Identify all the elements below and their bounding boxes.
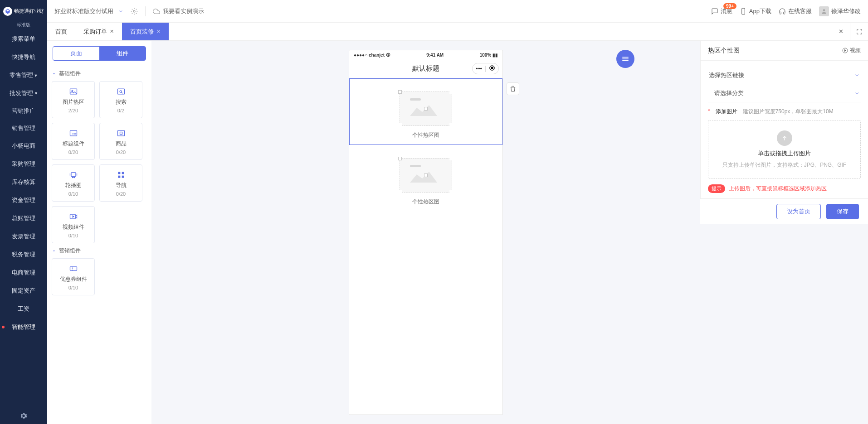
tip-text: 上传图后，可直接鼠标框选区域添加热区 bbox=[729, 185, 827, 193]
tenant-name: 好业财标准版交付试用 bbox=[54, 7, 113, 15]
tab-purchase-order[interactable]: 采购订单✕ bbox=[75, 23, 122, 40]
nav-purchase[interactable]: 采购管理 bbox=[0, 155, 47, 173]
nav-funds[interactable]: 资金管理 bbox=[0, 191, 47, 209]
comp-goods[interactable]: 商品 0/20 bbox=[99, 123, 142, 160]
nav-retail[interactable]: 零售管理▼ bbox=[0, 66, 47, 84]
fullscreen-icon bbox=[856, 29, 863, 35]
block-label: 个性热区图 bbox=[359, 131, 493, 139]
nav-marketing[interactable]: 营销推广 bbox=[0, 102, 47, 120]
nav-salary[interactable]: 工资 bbox=[0, 300, 47, 318]
header-service[interactable]: 在线客服 bbox=[779, 7, 812, 15]
svg-rect-21 bbox=[122, 175, 124, 178]
video-icon bbox=[68, 212, 79, 222]
tab-home-decoration[interactable]: 首页装修✕ bbox=[122, 23, 169, 40]
add-image-label: 添加图片 bbox=[716, 108, 737, 116]
required-indicator: * bbox=[708, 108, 710, 116]
nav-invoice[interactable]: 发票管理 bbox=[0, 227, 47, 246]
message-badge: 99+ bbox=[723, 3, 736, 9]
svg-line-8 bbox=[121, 92, 122, 93]
prop-category[interactable]: 请选择分类 bbox=[708, 84, 861, 102]
set-home-button[interactable]: 设为首页 bbox=[776, 204, 821, 219]
demo-link[interactable]: 我要看实例演示 bbox=[153, 7, 204, 15]
sidebar: 畅捷通好业财 标准版 搜索菜单 快捷导航 零售管理▼ 批发管理▲ 营销推广 销售… bbox=[0, 0, 47, 424]
logo-icon bbox=[3, 7, 12, 16]
nav-search-menu[interactable]: 搜索菜单 bbox=[0, 30, 47, 48]
svg-rect-27 bbox=[622, 58, 629, 59]
nav-icon bbox=[115, 170, 127, 180]
fullscreen-button[interactable] bbox=[850, 23, 868, 40]
header-messages[interactable]: 消息 99+ bbox=[711, 7, 732, 15]
svg-rect-28 bbox=[622, 60, 629, 61]
svg-rect-11 bbox=[117, 130, 124, 136]
nav-wholesale[interactable]: 批发管理▲ bbox=[0, 84, 47, 102]
comp-tab-component[interactable]: 组件 bbox=[99, 47, 146, 60]
comp-image-hotspot[interactable]: 图片热区 2/20 bbox=[52, 81, 95, 118]
component-panel-tabs: 页面 组件 bbox=[53, 46, 146, 61]
coupon-icon bbox=[68, 264, 79, 274]
svg-rect-18 bbox=[118, 172, 120, 174]
tab-home[interactable]: 首页 bbox=[47, 23, 75, 40]
chevron-down-icon bbox=[854, 72, 860, 78]
video-help-link[interactable]: 视频 bbox=[842, 47, 861, 54]
save-button[interactable]: 保存 bbox=[826, 204, 859, 219]
image-icon bbox=[68, 87, 79, 96]
upload-icon bbox=[777, 130, 792, 146]
more-icon[interactable]: ••• bbox=[476, 65, 482, 72]
comp-nav[interactable]: 导航 0/20 bbox=[99, 164, 142, 202]
header-app-download[interactable]: App下载 bbox=[740, 7, 771, 15]
comp-search[interactable]: 搜索 0/2 bbox=[99, 81, 142, 118]
phone-preview: ●●●●○ chanjet ⦿ 9:41 AM 100% ▮▮ 默认标题 ••• bbox=[349, 50, 503, 415]
tenant-selector[interactable]: 好业财标准版交付试用 bbox=[54, 7, 123, 15]
comp-group-basic[interactable]: 基础组件 bbox=[52, 70, 147, 77]
comp-tab-page[interactable]: 页面 bbox=[53, 47, 99, 60]
comp-video[interactable]: 视频组件 0/10 bbox=[52, 206, 95, 243]
nav-ledger[interactable]: 总账管理 bbox=[0, 209, 47, 227]
close-all-tabs[interactable]: ✕ bbox=[832, 23, 850, 40]
nav-smart[interactable]: 智能管理 bbox=[0, 318, 47, 336]
header-user[interactable]: 徐泽华修改 bbox=[819, 6, 861, 16]
menu-icon bbox=[621, 55, 629, 63]
cloud-icon bbox=[153, 8, 160, 15]
comp-group-marketing[interactable]: 营销组件 bbox=[52, 247, 147, 255]
phone-time: 9:41 AM bbox=[390, 53, 480, 58]
upload-image-area[interactable]: 单击或拖拽上传图片 只支持上传单张图片，支持格式：JPG、PNG、GIF bbox=[708, 120, 861, 179]
nav-tax[interactable]: 税务管理 bbox=[0, 246, 47, 264]
svg-point-30 bbox=[491, 67, 493, 69]
nav-sales[interactable]: 销售管理 bbox=[0, 120, 47, 137]
phone-miniapp-actions: ••• bbox=[472, 63, 499, 74]
phone-status-bar: ●●●●○ chanjet ⦿ 9:41 AM 100% ▮▮ bbox=[349, 50, 502, 59]
close-icon[interactable]: ✕ bbox=[156, 29, 161, 34]
user-icon bbox=[821, 8, 827, 14]
property-panel-title: 热区个性图 bbox=[708, 47, 740, 55]
canvas-block-hotspot-1[interactable]: 个性热区图 bbox=[349, 78, 502, 145]
header: 好业财标准版交付试用 我要看实例演示 消息 99+ App下载 在线客服 bbox=[47, 0, 868, 23]
target-icon[interactable] bbox=[489, 65, 495, 72]
nav-quick-nav[interactable]: 快捷导航 bbox=[0, 48, 47, 66]
comp-carousel[interactable]: 轮播图 0/10 bbox=[52, 164, 95, 202]
svg-rect-24 bbox=[70, 266, 77, 270]
prop-hotspot-link[interactable]: 选择热区链接 bbox=[708, 66, 861, 84]
nav-assets[interactable]: 固定资产 bbox=[0, 282, 47, 300]
phone-carrier: ●●●●○ chanjet ⦿ bbox=[354, 53, 390, 58]
comp-coupon[interactable]: 优惠券组件 0/10 bbox=[52, 258, 95, 295]
logo[interactable]: 畅捷通好业财 bbox=[0, 0, 47, 23]
settings-icon[interactable] bbox=[131, 8, 138, 15]
message-icon bbox=[711, 8, 718, 15]
search-icon bbox=[115, 87, 127, 96]
upload-sub-text: 只支持上传单张图片，支持格式：JPG、PNG、GIF bbox=[722, 161, 846, 169]
play-icon bbox=[842, 48, 848, 53]
nav-inventory[interactable]: 库存核算 bbox=[0, 173, 47, 191]
sidebar-settings[interactable] bbox=[0, 407, 47, 424]
delete-block-button[interactable] bbox=[507, 82, 519, 95]
nav-ecommerce-xc[interactable]: 小畅电商 bbox=[0, 137, 47, 155]
mobile-icon bbox=[740, 8, 747, 15]
canvas-menu-button[interactable] bbox=[616, 50, 634, 68]
svg-rect-13 bbox=[71, 173, 76, 176]
nav-ecommerce[interactable]: 电商管理 bbox=[0, 264, 47, 282]
comp-title[interactable]: Title 标题组件 0/20 bbox=[52, 123, 95, 160]
image-hint: 建议图片宽度750px，单张图最大10M bbox=[743, 108, 834, 116]
close-icon[interactable]: ✕ bbox=[110, 29, 114, 34]
title-icon: Title bbox=[68, 128, 79, 138]
logo-text: 畅捷通好业财 bbox=[14, 8, 44, 14]
canvas-block-hotspot-2[interactable]: 个性热区图 bbox=[349, 145, 502, 212]
